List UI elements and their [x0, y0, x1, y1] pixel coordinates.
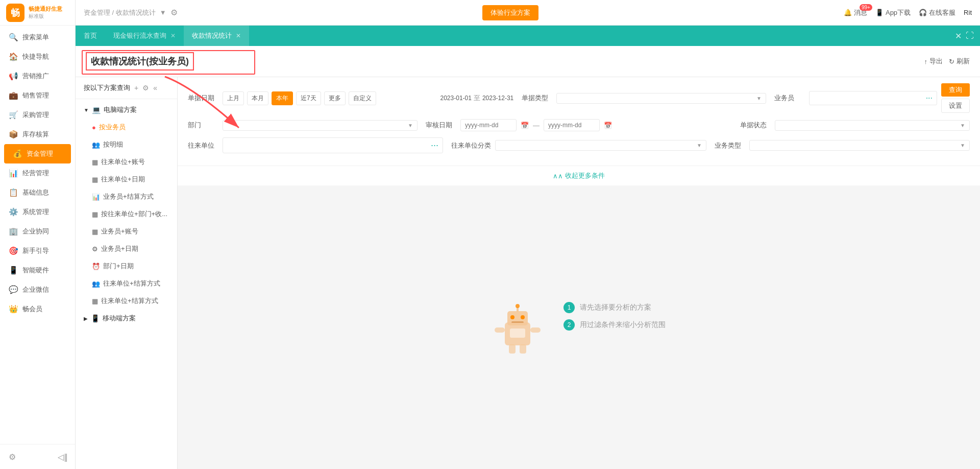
app-download-btn[interactable]: 📱 App下载 — [875, 8, 911, 17]
scheme-item-partner-date-label: 往来单位+日期 — [101, 175, 145, 184]
date-btn-custom[interactable]: 自定义 — [349, 91, 376, 105]
date-btn-this-year[interactable]: 本年 — [272, 91, 293, 105]
sidebar-item-operations[interactable]: 📊 经营管理 — [0, 163, 75, 183]
salesperson-account-prefix-icon: ▦ — [92, 228, 98, 236]
date-btn-last-month[interactable]: 上月 — [223, 91, 244, 105]
svg-rect-1 — [507, 311, 528, 325]
tab-close-all-icon[interactable]: ✕ — [955, 31, 962, 41]
tab-bank-flow-close-icon[interactable]: ✕ — [170, 32, 176, 39]
sidebar-item-wechat[interactable]: 💬 企业微信 — [0, 280, 75, 299]
sidebar-menu: 🔍 搜索菜单 🏠 快捷导航 📢 营销推广 💼 销售管理 🛒 采购管理 📦 库存核… — [0, 26, 75, 444]
scheme-panel-header: 按以下方案查询 + ⚙ « — [76, 77, 177, 99]
salesperson-select[interactable]: ··· — [809, 91, 937, 105]
scheme-item-partner-settlement2[interactable]: ▦ 往来单位+结算方式 — [76, 292, 177, 310]
business-type-select[interactable]: ▼ — [749, 140, 970, 151]
sidebar-item-hardware[interactable]: 📱 智能硬件 — [0, 261, 75, 280]
quick-nav-icon: 🏠 — [8, 52, 18, 61]
date-btn-this-month[interactable]: 本月 — [247, 91, 268, 105]
sidebar-item-guide[interactable]: 🎯 新手引导 — [0, 241, 75, 261]
tab-home[interactable]: 首页 — [76, 26, 105, 46]
partner-category-select[interactable]: ▼ — [495, 140, 706, 151]
collapse-sidebar-icon[interactable]: ◁‖ — [56, 450, 70, 464]
review-date-to[interactable] — [544, 119, 600, 131]
refresh-icon: ↻ — [949, 58, 954, 65]
sidebar-item-member[interactable]: 👑 畅会员 — [0, 299, 75, 319]
sidebar-item-basic-info[interactable]: 📋 基础信息 — [0, 183, 75, 202]
partner-date-prefix-icon: ▦ — [92, 176, 98, 183]
filter-row-2: 部门 ▼ 审核日期 📅 — 📅 — [188, 119, 970, 131]
user-avatar[interactable]: Rit — [964, 9, 972, 16]
scheme-item-by-salesperson[interactable]: ● 按业务员 — [76, 119, 177, 136]
sidebar-item-sales[interactable]: 💼 销售管理 — [0, 86, 75, 105]
scheme-header-text: 按以下方案查询 — [84, 83, 130, 92]
sidebar-item-finance[interactable]: 💰 资金管理 — [4, 144, 71, 163]
tab-collection-stats[interactable]: 收款情况统计 ✕ — [184, 26, 249, 46]
scheme-group-mobile-header[interactable]: ▶ 📱 移动端方案 — [76, 310, 177, 327]
partner-more-icon[interactable]: ··· — [431, 140, 438, 151]
sidebar-label-quick-nav: 快捷导航 — [22, 52, 49, 61]
voucher-type-select[interactable]: ▼ — [556, 93, 766, 104]
sidebar-item-enterprise[interactable]: 🏢 企业协同 — [0, 222, 75, 241]
date-btn-more[interactable]: 更多 — [324, 91, 346, 105]
tab-bank-flow[interactable]: 现金银行流水查询 ✕ — [105, 26, 184, 46]
operations-icon: 📊 — [8, 169, 18, 178]
collapse-label: 收起更多条件 — [565, 171, 605, 180]
review-date-from[interactable] — [460, 119, 517, 131]
scheme-settings-icon[interactable]: ⚙ — [142, 84, 149, 92]
scheme-add-icon[interactable]: + — [134, 84, 138, 92]
tab-collection-stats-close-icon[interactable]: ✕ — [236, 32, 241, 39]
scheme-item-salesperson-label: 按业务员 — [99, 123, 126, 132]
date-calendar-icon-2[interactable]: 📅 — [604, 122, 612, 129]
empty-steps: 1 请先选择要分析的方案 2 用过滤条件来缩小分析范围 — [564, 302, 666, 331]
page-actions: ↑ 导出 ↻ 刷新 — [924, 57, 970, 66]
date-btn-7days[interactable]: 近7天 — [296, 91, 321, 105]
sidebar-item-purchase[interactable]: 🛒 采购管理 — [0, 105, 75, 125]
desktop-group-label: 电脑端方案 — [104, 105, 137, 114]
sidebar-label-finance: 资金管理 — [27, 149, 53, 158]
online-service-btn[interactable]: 🎧 在线客服 — [919, 8, 955, 17]
scheme-item-by-detail[interactable]: 👥 按明细 — [76, 136, 177, 153]
notifications-btn[interactable]: 🔔 消息 99+ — [844, 8, 867, 17]
refresh-btn[interactable]: ↻ 刷新 — [949, 57, 970, 66]
sidebar-item-search[interactable]: 🔍 搜索菜单 — [0, 28, 75, 47]
scheme-collapse-icon[interactable]: « — [153, 84, 157, 92]
salesperson-more-icon[interactable]: ··· — [926, 93, 933, 103]
scheme-item-partner-dept-collect[interactable]: ▦ 按往来单位+部门+收... — [76, 205, 177, 223]
service-icon: 🎧 — [919, 9, 927, 16]
dropdown-icon[interactable]: ▼ — [160, 9, 166, 16]
sidebar-item-inventory[interactable]: 📦 库存核算 — [0, 125, 75, 144]
sidebar-item-marketing[interactable]: 📢 营销推广 — [0, 66, 75, 86]
scheme-item-salesperson-date[interactable]: ⚙ 业务员+日期 — [76, 240, 177, 257]
settings-btn[interactable]: 设置 — [941, 99, 970, 113]
logo-icon: 畅 — [6, 4, 24, 22]
filter-group-partner: 往来单位 ··· — [188, 137, 443, 153]
sidebar-item-system[interactable]: ⚙️ 系统管理 — [0, 202, 75, 222]
scheme-item-partner-account[interactable]: ▦ 往来单位+账号 — [76, 153, 177, 171]
settings-header-icon[interactable]: ⚙ — [170, 8, 178, 17]
scheme-item-salesperson-settlement[interactable]: 📊 业务员+结算方式 — [76, 188, 177, 205]
dept-date-prefix-icon: ⏰ — [92, 263, 100, 270]
salesperson-settlement-prefix-icon: 📊 — [92, 193, 100, 201]
page-title: 收款情况统计(按业务员) — [86, 52, 194, 71]
query-btn[interactable]: 查询 — [941, 83, 970, 97]
scheme-group-desktop-header[interactable]: ▼ 💻 电脑端方案 — [76, 101, 177, 119]
export-btn[interactable]: ↑ 导出 — [924, 57, 943, 66]
tab-maximize-icon[interactable]: ⛶ — [966, 31, 974, 40]
partner-select[interactable]: ··· — [223, 137, 443, 153]
voucher-status-select[interactable]: ▼ — [775, 120, 970, 131]
settings-footer-icon[interactable]: ⚙ — [5, 450, 19, 464]
sidebar-item-quick-nav[interactable]: 🏠 快捷导航 — [0, 47, 75, 66]
scheme-item-salesperson-account[interactable]: ▦ 业务员+账号 — [76, 223, 177, 240]
page-header: 收款情况统计(按业务员) ↑ 导出 ↻ 刷新 — [76, 46, 980, 77]
date-separator: — — [533, 122, 540, 129]
scheme-item-salesperson-account-label: 业务员+账号 — [101, 227, 138, 236]
scheme-item-partner-settlement1[interactable]: 👥 往来单位+结算方式 — [76, 275, 177, 292]
scheme-item-partner-settlement2-label: 往来单位+结算方式 — [101, 296, 158, 306]
date-calendar-icon-1[interactable]: 📅 — [521, 122, 529, 129]
trial-btn[interactable]: 体验行业方案 — [482, 5, 538, 20]
export-icon: ↑ — [924, 58, 928, 65]
scheme-item-dept-date[interactable]: ⏰ 部门+日期 — [76, 257, 177, 275]
scheme-item-partner-date[interactable]: ▦ 往来单位+日期 — [76, 171, 177, 188]
dept-select[interactable]: ▼ — [223, 120, 418, 131]
collapse-bar[interactable]: ∧∧ 收起更多条件 — [178, 166, 980, 185]
